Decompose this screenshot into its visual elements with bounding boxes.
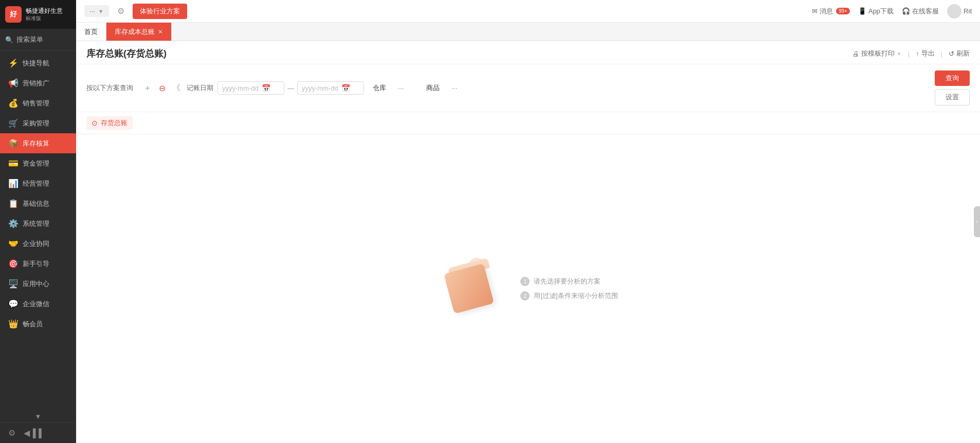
empty-state: 1 请先选择要分析的方案 2 用[过滤]条件来缩小分析范围	[76, 134, 980, 443]
calendar-icon-end: 📅	[341, 84, 350, 92]
online-service-button[interactable]: 🎧 在线客服	[902, 7, 939, 16]
scheme-tag[interactable]: ⊙ 存货总账	[86, 116, 133, 130]
sidebar-item-label: 库存核算	[23, 139, 49, 148]
filter-row-main: 按以下方案查询 ＋ ⊖ 《 记账日期 yyyy-mm-dd 📅 — yyyy-m…	[86, 70, 970, 105]
tab-close-icon[interactable]: ✕	[158, 28, 163, 36]
date-separator: —	[287, 84, 294, 92]
main-area: ··· ▼ ⚙ 体验行业方案 ✉ 消息 99+ 📱 App下载 🎧 在线客服	[76, 0, 980, 443]
date-end-placeholder: yyyy-mm-dd	[302, 84, 338, 92]
add-filter-button[interactable]: ＋	[141, 82, 154, 94]
empty-tip-1: 1 请先选择要分析的方案	[520, 277, 618, 286]
finance-icon: 💳	[8, 158, 19, 168]
operation-icon: 📊	[8, 179, 19, 188]
sidebar-item-operation[interactable]: 📊 经营管理	[0, 173, 76, 193]
sidebar-item-finance[interactable]: 💳 资金管理	[0, 153, 76, 173]
date-end-input[interactable]: yyyy-mm-dd 📅	[297, 81, 364, 95]
filter-actions: ＋ ⊖ 《	[141, 82, 183, 94]
sidebar-item-quick-nav[interactable]: ⚡ 快捷导航	[0, 53, 76, 73]
refresh-icon: ↺	[949, 50, 954, 58]
chevron-down-icon: ▼	[98, 8, 104, 14]
settings-button[interactable]: 设置	[935, 89, 970, 105]
search-button[interactable]: 查询	[935, 70, 970, 86]
basic-icon: 📋	[8, 199, 19, 208]
sidebar-item-app-center[interactable]: 🖥️ 应用中心	[0, 274, 76, 294]
purchase-icon: 🛒	[8, 118, 19, 128]
product-more-button[interactable]: ···	[448, 83, 461, 93]
user-name: Rit	[964, 7, 972, 15]
app-edition: 标准版	[26, 15, 63, 22]
export-button[interactable]: ↑ 导出	[916, 49, 935, 58]
sidebar-item-label: 畅会员	[23, 320, 43, 329]
audio-icon[interactable]: ◀▐▐	[24, 428, 42, 438]
sidebar-item-cooperation[interactable]: 🤝 企业协同	[0, 234, 76, 254]
refresh-button[interactable]: ↺ 刷新	[949, 49, 970, 58]
sales-icon: 💰	[8, 98, 19, 108]
sidebar-item-label: 资金管理	[23, 159, 49, 168]
page-actions: 🖨 按模板打印 ▼ | ↑ 导出 | ↺ 刷新	[852, 49, 970, 58]
search-menu-button[interactable]: 🔍 搜索菜单	[5, 33, 71, 46]
header-settings-button[interactable]: ⚙	[115, 4, 126, 18]
sidebar-item-label: 快捷导航	[23, 59, 49, 68]
sidebar-item-member[interactable]: 👑 畅会员	[0, 314, 76, 334]
warehouse-select[interactable]: 仓库	[368, 81, 391, 95]
sidebar-item-inventory[interactable]: 📦 库存核算	[0, 133, 76, 153]
avatar	[947, 4, 961, 19]
sidebar-item-basic[interactable]: 📋 基础信息	[0, 193, 76, 214]
gear-icon: ⚙	[117, 7, 124, 15]
sidebar-item-sales[interactable]: 💰 销售管理	[0, 93, 76, 113]
sidebar-item-newbie[interactable]: 🎯 新手引导	[0, 254, 76, 274]
collapse-filter-button[interactable]: 《	[170, 82, 183, 94]
sidebar-scroll-down[interactable]: ▼	[0, 411, 76, 422]
delete-filter-button[interactable]: ⊖	[156, 82, 168, 94]
warehouse-more-button[interactable]: ···	[395, 83, 407, 93]
tip-1-text: 请先选择要分析的方案	[534, 277, 601, 286]
empty-tips: 1 请先选择要分析的方案 2 用[过滤]条件来缩小分析范围	[520, 277, 618, 300]
breadcrumb[interactable]: ··· ▼	[84, 5, 109, 17]
trial-button[interactable]: 体验行业方案	[133, 4, 187, 19]
headset-icon: 🎧	[902, 7, 910, 15]
empty-tip-2: 2 用[过滤]条件来缩小分析范围	[520, 291, 618, 300]
filter-bar: 按以下方案查询 ＋ ⊖ 《 记账日期 yyyy-mm-dd 📅 — yyyy-m…	[76, 64, 980, 112]
sidebar: 好 畅捷通好生意 标准版 🔍 搜索菜单 ⚡ 快捷导航 📢 营销推广 💰 销售管理…	[0, 0, 76, 443]
sidebar-item-purchase[interactable]: 🛒 采购管理	[0, 113, 76, 133]
chevron-right-icon: ›	[976, 219, 977, 224]
sidebar-item-label: 应用中心	[23, 279, 49, 289]
tip-2-text: 用[过滤]条件来缩小分析范围	[534, 291, 618, 300]
product-select[interactable]: 商品	[422, 81, 444, 95]
sidebar-item-system[interactable]: ⚙️ 系统管理	[0, 214, 76, 234]
sidebar-item-label: 系统管理	[23, 219, 49, 228]
printer-icon: 🖨	[852, 50, 859, 58]
date-label: 记账日期	[187, 83, 213, 93]
messages-badge: 99+	[836, 8, 850, 14]
settings-icon[interactable]: ⚙	[8, 428, 15, 438]
tab-inventory-cost[interactable]: 库存成本总账 ✕	[106, 23, 172, 41]
sidebar-item-marketing[interactable]: 📢 营销推广	[0, 73, 76, 93]
refresh-label: 刷新	[956, 49, 970, 58]
tip-1-number: 1	[520, 277, 530, 286]
sidebar-nav: ⚡ 快捷导航 📢 营销推广 💰 销售管理 🛒 采购管理 📦 库存核算 💳 资金管…	[0, 51, 76, 411]
calendar-icon: 📅	[262, 84, 270, 92]
phone-icon: 📱	[858, 7, 866, 15]
print-button[interactable]: 🖨 按模板打印 ▼	[852, 49, 902, 58]
online-service-label: 在线客服	[912, 7, 939, 16]
filter-label: 按以下方案查询	[86, 83, 133, 93]
sidebar-item-wechat[interactable]: 💬 企业微信	[0, 294, 76, 314]
messages-button[interactable]: ✉ 消息 99+	[812, 7, 850, 16]
sidebar-search-area[interactable]: 🔍 搜索菜单	[0, 29, 76, 51]
user-profile[interactable]: Rit	[947, 4, 972, 19]
sidebar-item-label: 企业微信	[23, 299, 49, 309]
search-menu-label: 搜索菜单	[16, 35, 43, 44]
right-panel-toggle[interactable]: ›	[974, 206, 980, 237]
quick-nav-icon: ⚡	[8, 58, 19, 68]
tab-home[interactable]: 首页	[76, 23, 106, 41]
date-start-input[interactable]: yyyy-mm-dd 📅	[217, 81, 284, 95]
inventory-icon: 📦	[8, 138, 19, 148]
app-download-button[interactable]: 📱 App下载	[858, 7, 894, 16]
empty-illustration	[438, 258, 500, 320]
system-icon: ⚙️	[8, 219, 19, 228]
logo-icon: 好	[5, 6, 22, 23]
app-name: 畅捷通好生意	[26, 7, 63, 15]
date-start-placeholder: yyyy-mm-dd	[222, 84, 259, 92]
tab-home-label: 首页	[84, 27, 98, 37]
product-label: 商品	[426, 83, 440, 93]
